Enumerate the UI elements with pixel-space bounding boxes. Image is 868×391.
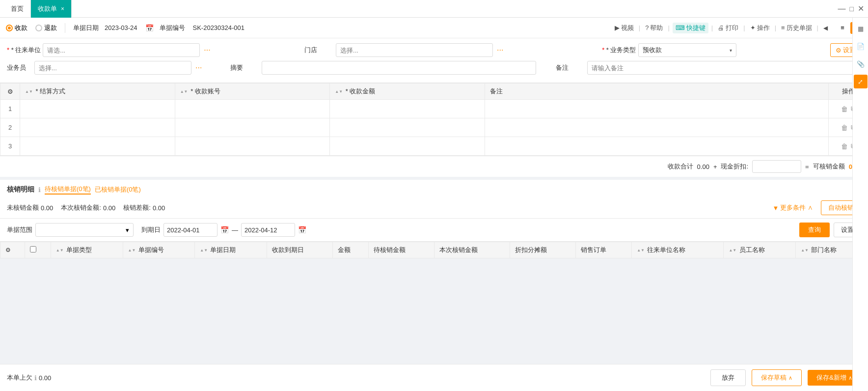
row-settle-2[interactable] [20, 118, 175, 137]
date-from-input[interactable] [163, 223, 217, 237]
more-conditions-label: 更多条件 ∧ [780, 203, 813, 212]
row-index-2: 2 [0, 118, 20, 137]
due-date-label: 到期日 [141, 225, 161, 234]
tab-receipt[interactable]: 收款单 × [31, 0, 72, 18]
btm-th-counterparty-label: 往来单位名称 [647, 246, 685, 253]
date-to-input[interactable] [241, 223, 295, 237]
sort-doc-no: ▲▼ [128, 248, 136, 252]
counterparty-input[interactable] [43, 43, 200, 57]
gear-col-header[interactable]: ⚙ [0, 84, 20, 100]
table-header: ⚙ ▲▼ * 结算方式 ▲▼ * 收款账号 ▲▼ * 收款金额 备注 [0, 84, 868, 100]
sidebar-clip-btn[interactable]: 📎 [854, 57, 868, 71]
business-type-select[interactable]: 预收款 ▾ [638, 43, 736, 57]
business-type-field: * 业务类型 预收款 ▾ [602, 43, 824, 57]
more-conditions-btn[interactable]: ▼ 更多条件 ∧ [773, 203, 814, 212]
table-row: 3 🗑 ⧉ [0, 137, 868, 156]
video-icon: ▶ [615, 24, 620, 31]
row-remark-1[interactable] [485, 100, 829, 118]
staff-more-btn[interactable]: ··· [195, 63, 202, 72]
btm-th-current-label: 本次核销金额 [439, 246, 478, 253]
action-bar: 收款 退款 单据日期 2023-03-24 📅 单据编号 SK-20230324… [0, 18, 868, 38]
due-date-field: 到期日 📅 — 📅 [141, 223, 306, 237]
btm-th-amount-label: 金额 [338, 246, 351, 253]
draft-button[interactable]: 保存草稿 ∧ [752, 369, 802, 386]
doc-no-label: 单据编号 [160, 24, 185, 32]
th-settle-method-label: * 结算方式 [35, 87, 65, 95]
btm-th-amount: 金额 [333, 242, 369, 258]
sidebar-file-btn[interactable]: 📄 [854, 39, 868, 53]
operation-label: 操作 [757, 24, 770, 32]
row-remark-2[interactable] [485, 118, 829, 137]
row-account-2[interactable] [175, 118, 330, 137]
btm-th-gear[interactable]: ⚙ [0, 242, 25, 258]
window-expand-icon[interactable]: □ [850, 5, 854, 13]
window-close-icon[interactable]: ✕ [858, 4, 864, 13]
btm-th-doc-no-label: 单据编号 [138, 246, 164, 253]
summary-row: 收款合计 0.00 + 现金折扣: = 可核销金额 0.00 [0, 156, 868, 177]
calendar-to-icon[interactable]: 📅 [298, 226, 306, 234]
remark-input[interactable] [587, 61, 862, 75]
delete-icon-2[interactable]: 🗑 [841, 124, 848, 132]
gear-icon: ⚙ [836, 47, 841, 54]
row-amount-2[interactable] [330, 118, 485, 137]
discard-label: 放弃 [722, 374, 734, 381]
sidebar-table-btn[interactable]: ▦ [854, 22, 868, 35]
delete-icon-3[interactable]: 🗑 [841, 142, 848, 150]
table-row: 1 🗑 ⧉ [0, 100, 868, 118]
discount-input[interactable] [752, 160, 801, 173]
discard-button[interactable]: 放弃 [710, 369, 746, 386]
row-account-1[interactable] [175, 100, 330, 118]
business-type-value: 预收款 [643, 46, 662, 55]
business-type-label: * 业务类型 [602, 46, 636, 55]
close-icon[interactable]: × [61, 5, 64, 12]
verifiable-label: 可核销金额 [813, 162, 845, 171]
row-remark-3[interactable] [485, 137, 829, 156]
summary-input[interactable] [262, 61, 536, 75]
btm-th-counterparty: ▲▼ 往来单位名称 [632, 242, 724, 258]
verification-section-header: 核销明细 ℹ 待核销单据(0笔) 已核销单据(0笔) [0, 177, 868, 197]
total-label: 收款合计 [668, 162, 693, 171]
row-amount-1[interactable] [330, 100, 485, 118]
btm-th-pending: 待核销金额 [369, 242, 434, 258]
prev-btn[interactable]: ◀ [821, 24, 830, 32]
history-btn[interactable]: ≡ 历史单据 [779, 23, 814, 33]
footer: 本单上欠 ℹ 0.00 放弃 保存草稿 ∧ 保存&新增 ∧ [0, 364, 868, 391]
query-button[interactable]: 查询 [799, 223, 830, 237]
layout-list-btn[interactable]: ≡ [837, 22, 848, 34]
radio-refund[interactable]: 退款 [35, 24, 57, 32]
pending-tab[interactable]: 待核销单据(0笔) [45, 185, 91, 195]
operation-btn[interactable]: ✦ 操作 [748, 23, 772, 33]
current-value: 0.00 [103, 204, 115, 212]
btm-th-staff: ▲▼ 员工名称 [724, 242, 796, 258]
footer-stat: 本单上欠 ℹ 0.00 [7, 373, 51, 382]
shortcut-btn[interactable]: ⌨ 快捷键 [673, 23, 708, 33]
help-btn[interactable]: ? 帮助 [643, 23, 665, 33]
video-btn[interactable]: ▶ 视频 [613, 23, 636, 33]
print-btn[interactable]: 🖨 打印 [716, 23, 740, 33]
store-more-btn[interactable]: ··· [497, 46, 503, 55]
print-label: 打印 [726, 24, 738, 32]
btm-th-current: 本次核销金额 [434, 242, 510, 258]
delete-icon-1[interactable]: 🗑 [841, 105, 848, 113]
sep3: | [711, 24, 713, 31]
counterparty-more-btn[interactable]: ··· [204, 46, 210, 55]
footer-info-icon[interactable]: ℹ [34, 374, 37, 382]
tab-home[interactable]: 首页 [4, 0, 31, 18]
row-account-3[interactable] [175, 137, 330, 156]
info-icon[interactable]: ℹ [38, 186, 41, 194]
sidebar-expand-btn[interactable]: ⤢ [854, 75, 868, 88]
done-tab[interactable]: 已核销单据(0笔) [95, 185, 141, 194]
staff-input[interactable] [34, 61, 191, 75]
store-input[interactable] [336, 43, 493, 57]
sort-icon-amount: ▲▼ [335, 89, 343, 94]
staff-field: 业务员 ··· [7, 61, 211, 75]
calendar-from-icon[interactable]: 📅 [220, 226, 229, 234]
radio-receipt[interactable]: 收款 [6, 24, 27, 32]
window-minimize-icon[interactable]: — [838, 4, 846, 13]
calendar-icon-1[interactable]: 📅 [145, 24, 154, 32]
row-amount-3[interactable] [330, 137, 485, 156]
row-settle-3[interactable] [20, 137, 175, 156]
select-all-checkbox[interactable] [30, 246, 36, 252]
range-select[interactable]: ▾ [35, 223, 134, 237]
row-settle-1[interactable] [20, 100, 175, 118]
